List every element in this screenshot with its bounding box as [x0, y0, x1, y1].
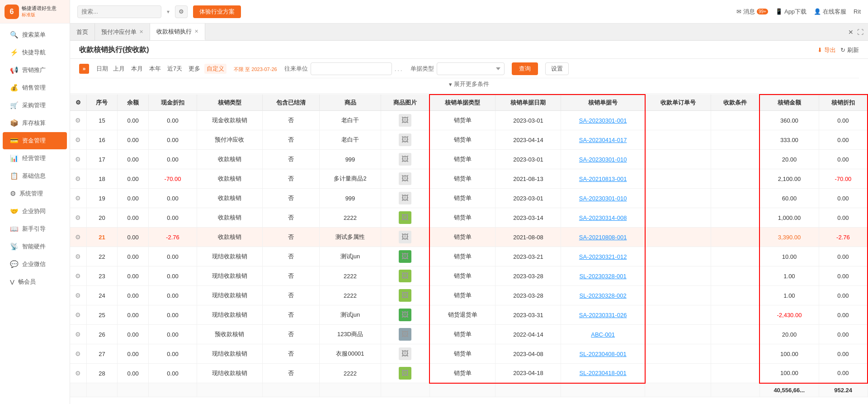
doc-type-select[interactable] [437, 62, 505, 75]
doc-link-5[interactable]: SA-20230314-008 [579, 214, 627, 221]
sidebar-item-0[interactable]: 🔍搜索菜单 [3, 26, 67, 43]
cell-verify_amount-2: 20.00 [760, 150, 819, 169]
cell-settings-1[interactable]: ⚙ [70, 130, 86, 150]
doc-link-8[interactable]: SL-20230328-001 [580, 273, 627, 280]
sidebar-item-10[interactable]: 🤝企业协同 [3, 203, 67, 220]
sidebar-item-8[interactable]: 📋基础信息 [3, 167, 67, 185]
doc-link-13[interactable]: SL-20230418-001 [580, 370, 627, 376]
messages-item[interactable]: ✉ 消息 99+ [736, 8, 768, 16]
doc-link-3[interactable]: SA-20210813-001 [579, 176, 627, 182]
summary-cell-cash_discount [149, 383, 197, 397]
tab-label-1: 预付冲应付单 [101, 28, 137, 36]
user-item[interactable]: Rit [854, 8, 861, 15]
cell-doc_report_type-2: 销货单 [429, 150, 495, 169]
summary-cell-doc_report_type [429, 383, 495, 397]
query-button[interactable]: 查询 [512, 62, 538, 75]
doc-link-6[interactable]: SA-20210808-001 [579, 234, 627, 241]
summary-cell-product [319, 383, 381, 397]
sidebar-item-9[interactable]: ⚙系统管理 [3, 185, 67, 202]
maximize-icon[interactable]: ⛶ [857, 29, 863, 36]
tab-1[interactable]: 预付冲应付单✕ [95, 24, 150, 40]
date-this-month[interactable]: 本月 [129, 64, 145, 74]
cell-include_settled-6: 否 [262, 228, 319, 247]
app-download-item[interactable]: 📱 App下载 [775, 8, 807, 16]
close-tab-icon[interactable]: ✕ [848, 29, 854, 36]
messages-badge: 99+ [757, 9, 768, 14]
cell-settings-13[interactable]: ⚙ [70, 364, 86, 383]
product-image-11: 🖼 [399, 328, 411, 341]
filter-toggle-button[interactable]: » [79, 64, 89, 74]
expand-label: 展开更多条件 [454, 80, 489, 88]
sidebar-item-2[interactable]: 📢营销推广 [3, 62, 67, 79]
expand-conditions[interactable]: ▾ 展开更多条件 [79, 78, 859, 90]
sidebar-item-11[interactable]: 📖新手引导 [3, 220, 67, 238]
cell-settings-7[interactable]: ⚙ [70, 247, 86, 266]
doc-link-9[interactable]: SL-20230328-002 [580, 292, 627, 299]
sidebar-item-5[interactable]: 📦库存核算 [3, 114, 67, 132]
sidebar-nav: 🔍搜索菜单⚡快捷导航📢营销推广💰销售管理🛒采购管理📦库存核算💳资金管理📊经营管理… [0, 24, 70, 404]
date-7days[interactable]: 近7天 [165, 64, 184, 74]
cell-settings-0[interactable]: ⚙ [70, 111, 86, 130]
cell-settings-11[interactable]: ⚙ [70, 325, 86, 344]
cell-product-8: 2222 [319, 266, 381, 286]
cell-product-11: 123D商品 [319, 325, 381, 344]
cell-include_settled-7: 否 [262, 247, 319, 266]
cell-settings-8[interactable]: ⚙ [70, 266, 86, 286]
cell-settings-5[interactable]: ⚙ [70, 208, 86, 228]
cell-seq-13: 28 [86, 364, 118, 383]
cell-product-12: 衣服00001 [319, 344, 381, 364]
cell-settings-3[interactable]: ⚙ [70, 169, 86, 189]
tab-0[interactable]: 首页 [70, 24, 95, 40]
doc-link-7[interactable]: SA-20230321-012 [579, 253, 627, 260]
doc-link-0[interactable]: SA-20230301-001 [579, 117, 627, 124]
doc-link-12[interactable]: SL-20230408-001 [580, 351, 627, 357]
settings-button[interactable]: 设置 [545, 62, 569, 75]
doc-link-11[interactable]: ABC-001 [591, 331, 615, 338]
date-this-year[interactable]: 本年 [147, 64, 163, 74]
col-header-verify_amount: 核销金额 [760, 95, 819, 111]
industry-btn[interactable]: 体验行业方案 [193, 5, 241, 18]
topbar-search-input[interactable] [77, 5, 161, 18]
cell-settings-12[interactable]: ⚙ [70, 344, 86, 364]
cell-settings-9[interactable]: ⚙ [70, 286, 86, 305]
sidebar-item-3[interactable]: 💰销售管理 [3, 79, 67, 96]
doc-link-1[interactable]: SA-20230414-017 [579, 137, 627, 143]
cell-product-2: 999 [319, 150, 381, 169]
cell-settings-10[interactable]: ⚙ [70, 305, 86, 325]
cell-cash_discount-12: 0.00 [149, 344, 197, 364]
message-icon: ✉ [736, 8, 741, 15]
date-more[interactable]: 更多 [186, 64, 203, 74]
nav-label-9: 系统管理 [19, 190, 43, 198]
tab-close-1[interactable]: ✕ [139, 29, 143, 35]
cell-settings-2[interactable]: ⚙ [70, 150, 86, 169]
date-last-month[interactable]: 上月 [111, 64, 127, 74]
counterpart-input[interactable] [311, 62, 392, 75]
topbar-gear-button[interactable]: ⚙ [175, 5, 188, 18]
doc-link-2[interactable]: SA-20230301-010 [579, 156, 627, 163]
date-custom[interactable]: 自定义 [204, 64, 226, 74]
topbar-arrow-icon[interactable]: ▾ [167, 9, 170, 15]
tabbar: 首页预付冲应付单✕收款核销执行✕✕⛶ [70, 24, 868, 41]
product-image-0: 🖼 [399, 114, 411, 127]
online-service-item[interactable]: 👤 在线客服 [814, 8, 846, 16]
col-header-product: 商品 [319, 95, 381, 111]
cell-doc_report_no-7: SA-20230321-012 [561, 247, 645, 266]
sidebar-item-7[interactable]: 📊经营管理 [3, 150, 67, 167]
sidebar-item-13[interactable]: 💬企业微信 [3, 256, 67, 273]
sidebar-item-1[interactable]: ⚡快捷导航 [3, 44, 67, 61]
cell-settings-4[interactable]: ⚙ [70, 189, 86, 208]
cell-doc_report_no-13: SL-20230418-001 [561, 364, 645, 383]
cell-settings-6[interactable]: ⚙ [70, 228, 86, 247]
doc-link-4[interactable]: SA-20230301-010 [579, 195, 627, 202]
doc-link-10[interactable]: SA-20230331-026 [579, 312, 627, 318]
tab-2[interactable]: 收款核销执行✕ [150, 24, 205, 40]
export-button[interactable]: ⬇ 导出 [817, 46, 836, 54]
sidebar-item-14[interactable]: V畅会员 [3, 273, 67, 290]
sidebar-item-12[interactable]: 📡智能硬件 [3, 238, 67, 255]
cell-cash_discount-2: 0.00 [149, 150, 197, 169]
sidebar-item-4[interactable]: 🛒采购管理 [3, 97, 67, 114]
tab-close-2[interactable]: ✕ [194, 29, 198, 34]
refresh-button[interactable]: ↻ 刷新 [840, 46, 859, 54]
export-label: 导出 [824, 46, 836, 54]
sidebar-item-6[interactable]: 💳资金管理 [3, 132, 67, 149]
